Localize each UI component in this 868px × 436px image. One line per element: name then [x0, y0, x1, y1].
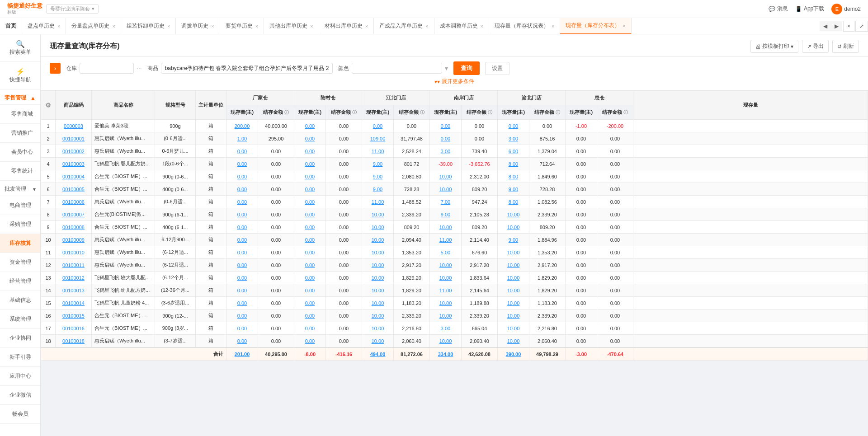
cell-fc-qty[interactable]: 1.00 — [226, 132, 258, 145]
cell-yb-qty[interactable]: 10.00 — [498, 335, 529, 348]
cell-na-qty[interactable]: 10.00 — [430, 272, 462, 284]
cell-code[interactable]: 00100018 — [56, 335, 92, 348]
sidebar-item-member[interactable]: 会员中心 — [0, 143, 40, 162]
sidebar-item-operation[interactable]: 经营管理 — [0, 272, 40, 291]
cell-na-qty[interactable]: 10.00 — [430, 221, 462, 234]
close-tab-chuku[interactable]: × — [310, 23, 313, 29]
cell-code[interactable]: 00100002 — [56, 145, 92, 158]
close-tab-pandian[interactable]: × — [57, 23, 60, 29]
color-input[interactable] — [352, 63, 442, 74]
cell-code[interactable]: 00100008 — [56, 221, 92, 234]
sidebar-item-wxwork[interactable]: 企业微信 — [0, 386, 40, 405]
cell-lc-qty[interactable]: 0.00 — [294, 259, 326, 272]
cell-lc-qty[interactable]: 0.00 — [294, 208, 326, 221]
cell-na-qty[interactable]: 10.00 — [430, 297, 462, 309]
cell-code[interactable]: 00100004 — [56, 170, 92, 183]
close-tab-chengben[interactable]: × — [481, 23, 483, 29]
cell-yb-qty[interactable]: 3.00 — [498, 132, 529, 145]
tab-kucun-status[interactable]: 现存量（库存状况表） × — [489, 18, 560, 34]
cell-yb-qty[interactable]: 9.00 — [498, 183, 529, 196]
cell-code[interactable]: 00100014 — [56, 297, 92, 309]
cell-lc-qty[interactable]: 0.00 — [294, 322, 326, 335]
tab-chengben[interactable]: 成本调整单历史 × — [434, 18, 489, 34]
tab-kucun-dist[interactable]: 现存量（库存分布表） × — [560, 18, 631, 34]
warehouse-dots[interactable]: ··· — [137, 65, 142, 72]
close-tab-kucun-dist[interactable]: × — [623, 23, 625, 28]
gear-icon[interactable]: ⚙ — [45, 102, 51, 109]
cell-code[interactable]: 00100007 — [56, 208, 92, 221]
cell-na-qty[interactable]: 9.00 — [430, 208, 462, 221]
cell-yb-qty[interactable]: 8.00 — [498, 170, 529, 183]
cell-code[interactable]: 00100009 — [56, 234, 92, 246]
cell-na-qty[interactable]: 3.00 — [430, 145, 462, 158]
cell-code[interactable]: 00100010 — [56, 246, 92, 259]
cell-na-qty[interactable]: 0.00 — [430, 120, 462, 132]
tab-chanpin[interactable]: 产成品入库单历史 × — [374, 18, 434, 34]
cell-yb-qty[interactable]: 10.00 — [498, 309, 529, 322]
cell-na-qty[interactable]: 11.00 — [430, 234, 462, 246]
tab-chuku[interactable]: 其他出库单历史 × — [264, 18, 319, 34]
sidebar-item-appcenter[interactable]: 应用中心 — [0, 367, 40, 386]
warehouse-input[interactable] — [80, 63, 134, 74]
cell-lc-qty[interactable]: 0.00 — [294, 183, 326, 196]
cell-jb-qty[interactable]: 0.00 — [362, 120, 394, 132]
cell-yb-qty[interactable]: 8.00 — [498, 158, 529, 170]
cell-na-qty[interactable]: 5.00 — [430, 246, 462, 259]
sidebar-item-system[interactable]: 系统管理 — [0, 310, 40, 329]
settings-button[interactable]: 设置 — [485, 62, 509, 75]
cell-lc-qty[interactable]: 0.00 — [294, 284, 326, 297]
footer-fc-qty[interactable]: 201.00 — [226, 347, 258, 361]
cell-lc-qty[interactable]: 0.00 — [294, 246, 326, 259]
cell-jb-qty[interactable]: 9.00 — [362, 170, 394, 183]
cell-fc-qty[interactable]: 200.00 — [226, 120, 258, 132]
cell-fc-qty[interactable]: 0.00 — [226, 158, 258, 170]
sidebar-item-search[interactable]: 🔍 搜索英单 — [0, 34, 40, 62]
tab-expand[interactable]: ⤢ — [855, 21, 868, 32]
sidebar-item-purchase[interactable]: 采购管理 — [0, 215, 40, 234]
sidebar-item-finance[interactable]: 资金管理 — [0, 253, 40, 272]
sidebar-section-retail[interactable]: 零售管理 ▲ — [0, 89, 40, 105]
cell-na-qty[interactable]: 11.00 — [430, 284, 462, 297]
cell-code[interactable]: 00100011 — [56, 259, 92, 272]
query-button[interactable]: 查询 — [453, 61, 480, 75]
tab-home[interactable]: 首页 — [0, 18, 22, 34]
tab-yaohuo[interactable]: 要货单历史 × — [220, 18, 264, 34]
cell-code[interactable]: 00100013 — [56, 284, 92, 297]
cell-jb-qty[interactable]: 10.00 — [362, 309, 394, 322]
cell-lc-qty[interactable]: 0.00 — [294, 297, 326, 309]
cell-na-qty[interactable]: 3.00 — [430, 322, 462, 335]
close-tab-yaohuo[interactable]: × — [255, 23, 258, 29]
cell-jb-qty[interactable]: 10.00 — [362, 259, 394, 272]
cell-fc-qty[interactable]: 0.00 — [226, 208, 258, 221]
tab-close-all[interactable]: × — [843, 21, 854, 32]
filter-toggle-btn[interactable]: › — [50, 63, 61, 74]
cell-na-qty[interactable]: 10.00 — [430, 335, 462, 348]
close-tab-zuzhuang[interactable]: × — [167, 23, 170, 29]
sidebar-item-quicknav[interactable]: ⚡ 快捷导航 — [0, 62, 40, 89]
cell-fc-qty[interactable]: 0.00 — [226, 322, 258, 335]
cell-jb-qty[interactable]: 10.00 — [362, 284, 394, 297]
export-button[interactable]: ↗ 导出 — [802, 40, 829, 53]
cell-fc-qty[interactable]: 0.00 — [226, 284, 258, 297]
cell-yb-qty[interactable]: 0.00 — [498, 120, 529, 132]
goods-input[interactable] — [161, 63, 333, 74]
cell-jb-qty[interactable]: 11.00 — [362, 196, 394, 208]
cell-yb-qty[interactable]: 10.00 — [498, 284, 529, 297]
cell-jb-qty[interactable]: 10.00 — [362, 297, 394, 309]
cell-lc-qty[interactable]: 0.00 — [294, 158, 326, 170]
sidebar-section-wholesale[interactable]: 批发管理 ▾ — [0, 181, 40, 196]
cell-jb-qty[interactable]: 10.00 — [362, 335, 394, 348]
cell-jb-qty[interactable]: 9.00 — [362, 158, 394, 170]
cell-jb-qty[interactable]: 10.00 — [362, 246, 394, 259]
cell-lc-qty[interactable]: 0.00 — [294, 145, 326, 158]
sidebar-item-retailstat[interactable]: 零售统计 — [0, 162, 40, 181]
cell-lc-qty[interactable]: 0.00 — [294, 120, 326, 132]
cell-na-qty[interactable]: 10.00 — [430, 183, 462, 196]
message-btn[interactable]: 💬 消息 — [769, 5, 788, 13]
tab-diaob[interactable]: 调拨单历史 × — [176, 18, 220, 34]
cell-fc-qty[interactable]: 0.00 — [226, 297, 258, 309]
cell-yb-qty[interactable]: 10.00 — [498, 208, 529, 221]
cell-lc-qty[interactable]: 0.00 — [294, 196, 326, 208]
tab-pandian[interactable]: 盘点单历史 × — [22, 18, 66, 34]
sidebar-item-retailstore[interactable]: 零售商城 — [0, 105, 40, 124]
